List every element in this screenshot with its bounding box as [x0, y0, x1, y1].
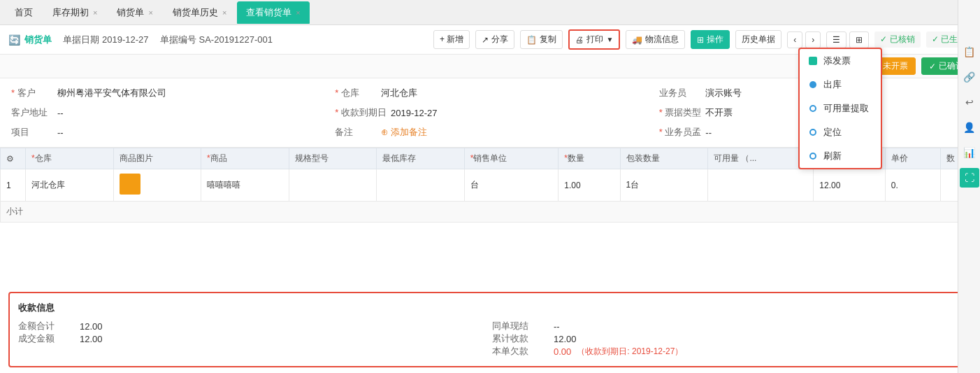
row-warehouse: 河北仓库: [26, 169, 114, 202]
print-icon: 🖨: [575, 35, 584, 45]
right-icon-expand[interactable]: ⛶: [960, 168, 979, 188]
settlement-value: --: [554, 321, 560, 332]
add-note-link[interactable]: ⊕ 添加备注: [381, 126, 427, 139]
history-button[interactable]: 历史单据: [735, 30, 781, 49]
copy-button[interactable]: 📋 复制: [520, 30, 563, 49]
row-spec: [289, 169, 377, 202]
product-image: [120, 174, 140, 195]
row-product: 嘻嘻嘻嘻: [201, 169, 289, 202]
settlement-row: 同单现结 --: [492, 320, 962, 332]
check-icon3: ✓: [929, 62, 936, 71]
salesman-label: 业务员孟: [659, 126, 702, 139]
dropdown-outbound[interactable]: 出库: [800, 73, 881, 97]
dropdown-add-invoice[interactable]: 添发票: [800, 49, 881, 73]
prev-button[interactable]: ‹: [787, 31, 802, 48]
warehouse-label: 仓库: [335, 87, 377, 99]
sold-status-badge: ✓ 已核销: [874, 31, 920, 48]
tab-inventory-init[interactable]: 库存期初 ×: [43, 1, 106, 24]
table-header-img: 商品图片: [113, 148, 201, 169]
table-header-settings[interactable]: ⚙: [1, 148, 26, 169]
dropdown-available-extract[interactable]: 可用量提取: [800, 97, 881, 120]
print-dropdown-icon: ▼: [606, 36, 613, 43]
check-icon: ✓: [880, 34, 887, 44]
right-icon-4[interactable]: 👤: [960, 118, 979, 137]
doc-number-meta: 单据编号 SA-20191227-001: [160, 34, 273, 46]
subtotal-label: 小计: [1, 202, 980, 223]
address-value: --: [57, 108, 64, 118]
tab-view-sales-order[interactable]: 查看销货单 ×: [237, 1, 309, 24]
doc-date-value: 2019-12-27: [102, 34, 149, 45]
share-icon: ↗: [482, 35, 489, 45]
right-icon-1[interactable]: 📋: [960, 42, 979, 62]
right-panel: 📋 🔗 ↩ 👤 📊 ⛶: [958, 0, 980, 373]
plus-icon: ⊕: [381, 127, 388, 137]
address-label: 客户地址: [11, 106, 53, 119]
payment-date-label: 收款到期日: [335, 106, 387, 119]
balance-row: 本单欠款 0.00 （收款到期日: 2019-12-27）: [492, 345, 962, 358]
copy-icon: 📋: [526, 35, 537, 45]
operation-dropdown: 添发票 出库 可用量提取 定位 刷新: [798, 48, 882, 169]
sales-order-icon: 🔄: [8, 34, 20, 45]
grid-icon: ⊞: [697, 35, 704, 45]
payment-right-col: 同单现结 -- 累计收款 12.00 本单欠款 0.00 （收款到期日: 201…: [492, 320, 962, 358]
payment-date-value: 2019-12-27: [391, 108, 438, 118]
tab-close-sales-order[interactable]: ×: [148, 8, 152, 17]
row-package: 1台: [620, 169, 708, 202]
right-icon-3[interactable]: ↩: [960, 92, 979, 112]
tab-bar: 首页 库存期初 × 销货单 × 销货单历史 × 查看销货单 × ×: [0, 0, 980, 25]
subtotal-row: 小计: [1, 202, 980, 223]
list-view-button[interactable]: ☰: [826, 31, 846, 48]
amount-value: 12.00: [80, 321, 103, 332]
balance-label: 本单欠款: [492, 345, 548, 358]
table-header-min-stock: 最低库存: [377, 148, 465, 169]
row-price: 0.: [885, 169, 940, 202]
accumulated-value: 12.00: [554, 334, 577, 344]
doc-meta: 单据日期 2019-12-27 单据编号 SA-20191227-001: [63, 34, 273, 46]
payment-info-title: 收款信息: [18, 302, 962, 314]
next-button[interactable]: ›: [805, 31, 821, 48]
customer-row: 客户 柳州粤港平安气体有限公司: [11, 87, 321, 99]
dropdown-refresh[interactable]: 刷新: [800, 144, 881, 168]
right-icon-5[interactable]: 📊: [960, 143, 979, 162]
add-button[interactable]: + 新增: [433, 30, 470, 49]
tab-close-inventory-init[interactable]: ×: [93, 8, 97, 17]
circle-outline-icon: [808, 104, 818, 113]
payment-info-panel: 收款信息 金额合计 12.00 成交金额 12.00 同单现结 --: [8, 292, 972, 367]
tab-home[interactable]: 首页: [6, 1, 42, 24]
print-button[interactable]: 🖨 打印 ▼: [568, 29, 620, 50]
tab-close-view-sales-order[interactable]: ×: [296, 8, 300, 17]
row-quantity: 1.00: [559, 169, 620, 202]
salesman-value: --: [705, 127, 712, 138]
grid-view-button[interactable]: ⊞: [849, 31, 869, 48]
tab-sales-history[interactable]: 销货单历史 ×: [164, 1, 236, 24]
customer-value: 柳州粤港平安气体有限公司: [57, 87, 166, 99]
project-value: --: [57, 127, 64, 138]
tab-close-sales-history[interactable]: ×: [222, 8, 226, 17]
toolbar-right: + 新增 ↗ 分享 📋 复制 🖨 打印 ▼ 🚚 物流信息: [433, 29, 972, 50]
share-button[interactable]: ↗ 分享: [475, 30, 514, 49]
transaction-value: 12.00: [80, 334, 103, 344]
right-icon-2[interactable]: 🔗: [960, 67, 979, 87]
row-index: 1: [1, 169, 26, 202]
staff-value: 演示账号: [705, 87, 742, 99]
tab-sales-order[interactable]: 销货单 ×: [108, 1, 161, 24]
warehouse-row: 仓库 河北仓库: [335, 87, 644, 99]
ticket-type-label: 票据类型: [659, 106, 702, 119]
balance-note: （收款到期日: 2019-12-27）: [577, 346, 683, 358]
table-header-warehouse: *仓库: [26, 148, 114, 169]
logistics-button[interactable]: 🚚 物流信息: [626, 30, 685, 49]
doc-date-meta: 单据日期 2019-12-27: [63, 34, 149, 46]
payment-date-row: 收款到期日 2019-12-27: [335, 106, 644, 119]
operation-button[interactable]: ⊞ 操作: [691, 30, 730, 49]
payment-info-grid: 金额合计 12.00 成交金额 12.00 同单现结 -- 累计收款: [18, 320, 962, 358]
project-row: 项目 --: [11, 126, 321, 139]
doc-number-value: SA-20191227-001: [199, 34, 273, 45]
settlement-label: 同单现结: [492, 320, 548, 332]
balance-value: 0.00: [554, 346, 571, 357]
amount-row: 金额合计 12.00: [18, 320, 488, 332]
table-row: 1 河北仓库 嘻嘻嘻嘻 台 1.00 1台 12.00 0.: [1, 169, 980, 202]
table-header-unit: *销售单位: [464, 148, 559, 169]
dropdown-locate[interactable]: 定位: [800, 120, 881, 144]
square-icon: [808, 56, 818, 66]
view-buttons: ☰ ⊞: [826, 31, 869, 48]
